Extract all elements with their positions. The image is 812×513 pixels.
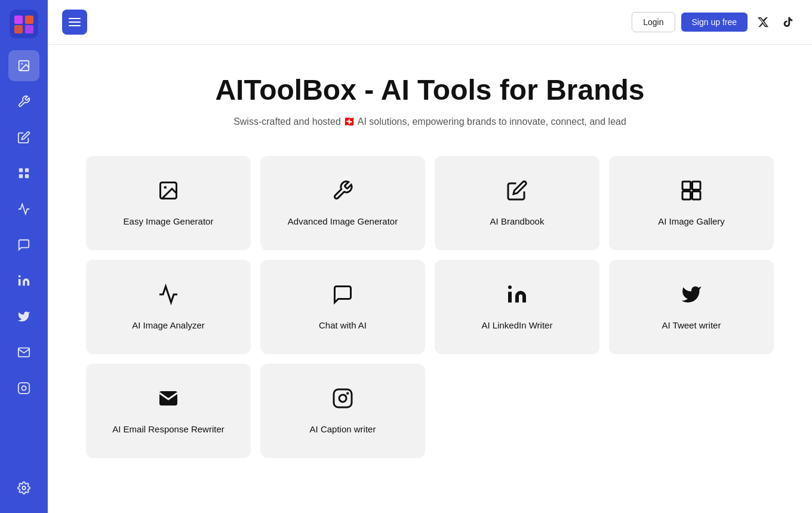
svg-rect-2 [25,16,33,24]
sidebar-item-edit[interactable] [8,122,39,153]
svg-rect-11 [19,279,21,285]
sidebar-item-instagram[interactable] [8,373,39,404]
tool-card-ai-email-rewriter[interactable]: AI Email Response Rewriter [86,364,251,458]
sidebar-item-analytics[interactable] [8,193,39,225]
ai-caption-writer-icon [332,388,353,414]
tool-card-ai-tweet-writer[interactable]: AI Tweet writer [609,260,774,354]
svg-rect-1 [14,16,23,24]
tools-grid: Easy Image Generator Advanced Image Gene… [72,146,788,477]
topbar-actions: Login Sign up free [632,12,798,32]
tool-label: AI Image Gallery [658,216,725,226]
svg-point-6 [21,63,23,64]
login-button[interactable]: Login [632,12,675,32]
svg-rect-9 [19,174,23,178]
svg-rect-10 [25,174,29,178]
tool-card-advanced-image-gen[interactable]: Advanced Image Generator [260,156,425,250]
svg-rect-8 [25,168,29,172]
tiktok-icon[interactable] [779,13,798,32]
sidebar-item-twitter[interactable] [8,301,39,332]
svg-point-17 [164,186,167,189]
subtitle-rest: AI solutions, empowering brands to innov… [358,116,626,127]
svg-rect-7 [19,168,23,172]
twitter-x-icon[interactable] [753,13,773,32]
tool-label: Easy Image Generator [124,216,214,226]
tool-label: AI Tweet writer [662,320,721,330]
sidebar-item-email[interactable] [8,337,39,368]
hero-subtitle: Swiss-crafted and hosted 🇨🇭 AI solutions… [62,116,798,127]
ai-image-gallery-icon [681,180,702,207]
svg-rect-18 [682,182,691,190]
svg-rect-4 [25,25,33,33]
main-area: Login Sign up free AIToolBox - AI Tools … [48,0,812,513]
svg-rect-24 [334,389,352,407]
ai-linkedin-writer-icon [506,284,528,311]
tool-label: AI Email Response Rewriter [112,424,224,434]
topbar: Login Sign up free [48,0,812,45]
svg-point-23 [508,285,512,289]
signup-button[interactable]: Sign up free [681,13,748,32]
subtitle-text: Swiss-crafted and hosted [233,116,341,127]
tool-label: AI Brandbook [490,216,545,226]
tool-card-ai-brandbook[interactable]: AI Brandbook [435,156,599,250]
chat-with-ai-icon [332,284,353,311]
hero-section: AIToolBox - AI Tools for Brands Swiss-cr… [48,45,812,146]
sidebar-item-chat[interactable] [8,229,39,260]
svg-point-12 [19,275,21,278]
tool-label: AI LinkedIn Writer [482,320,553,330]
tool-card-ai-image-gallery[interactable]: AI Image Gallery [609,156,774,250]
tool-card-chat-with-ai[interactable]: Chat with AI [260,260,425,354]
menu-button[interactable] [62,10,87,35]
ai-email-rewriter-icon [158,388,179,414]
app-logo[interactable] [10,10,38,38]
tool-card-ai-linkedin-writer[interactable]: AI LinkedIn Writer [435,260,599,354]
svg-rect-20 [682,192,691,200]
ai-brandbook-icon [506,180,528,207]
tool-label: AI Image Analyzer [132,320,205,330]
svg-rect-3 [14,25,23,33]
tool-label: AI Caption writer [310,424,376,434]
svg-rect-0 [10,10,38,38]
sidebar-item-settings[interactable] [8,472,39,503]
svg-rect-13 [19,383,29,394]
tool-card-ai-caption-writer[interactable]: AI Caption writer [260,364,425,458]
tool-label: Advanced Image Generator [288,216,398,226]
hero-title: AIToolBox - AI Tools for Brands [62,73,798,106]
advanced-image-gen-icon [332,180,353,207]
flag: 🇨🇭 [343,116,355,127]
tool-card-ai-image-analyzer[interactable]: AI Image Analyzer [86,260,251,354]
svg-rect-21 [693,192,701,200]
ai-tweet-writer-icon [681,284,702,311]
svg-point-15 [22,486,26,490]
svg-rect-19 [693,182,701,190]
tool-label: Chat with AI [319,320,367,330]
sidebar-item-images[interactable] [8,50,39,81]
tool-card-easy-image-gen[interactable]: Easy Image Generator [86,156,251,250]
svg-rect-22 [508,292,512,303]
sidebar-item-gallery[interactable] [8,158,39,189]
ai-image-analyzer-icon [158,284,179,311]
sidebar-item-tools[interactable] [8,86,39,117]
easy-image-gen-icon [158,180,179,207]
sidebar [0,0,48,513]
sidebar-item-linkedin[interactable] [8,265,39,296]
